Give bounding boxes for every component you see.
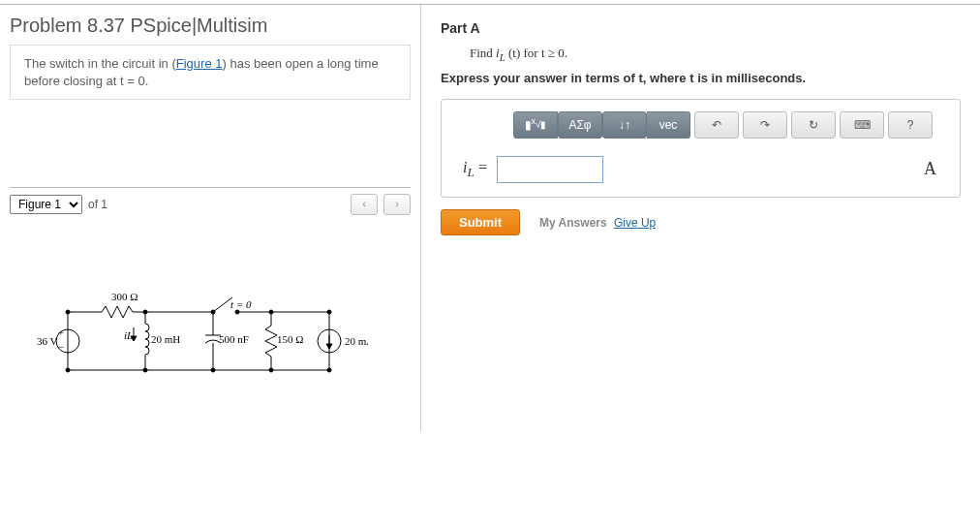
figure-link[interactable]: Figure 1	[176, 56, 223, 71]
answer-panel: ▮x√▮ ΑΣφ ↓↑ vec ↶ ↷ ↻ ⌨ ? iL = A	[441, 99, 961, 198]
vec-button[interactable]: vec	[647, 111, 690, 139]
my-answers-label: My Answers	[539, 216, 607, 230]
subsup-button[interactable]: ↓↑	[602, 111, 647, 139]
svg-point-10	[235, 310, 239, 314]
svg-text:iL: iL	[124, 329, 133, 341]
problem-description: The switch in the circuit in (Figure 1) …	[10, 45, 411, 100]
answer-unit: A	[924, 159, 936, 179]
figure-prev-button[interactable]: ‹	[351, 194, 378, 215]
reset-button[interactable]: ↻	[791, 111, 836, 139]
figure-count: of 1	[88, 198, 107, 211]
part-label: Part A	[441, 20, 961, 36]
figure-next-button[interactable]: ›	[383, 194, 411, 215]
greek-button[interactable]: ΑΣφ	[558, 111, 602, 139]
answer-input[interactable]	[497, 156, 603, 183]
svg-text:t = 0: t = 0	[230, 298, 252, 310]
svg-point-13	[66, 368, 70, 372]
equation-toolbar: ▮x√▮ ΑΣφ ↓↑ vec ↶ ↷ ↻ ⌨ ?	[513, 111, 946, 139]
circuit-figure: + − 36 V 300 Ω iL 20 mH t = 0 500 nF 150…	[10, 225, 411, 421]
redo-button[interactable]: ↷	[743, 111, 787, 139]
svg-point-12	[327, 310, 331, 314]
svg-text:500 nF: 500 nF	[219, 333, 249, 345]
svg-text:150 Ω: 150 Ω	[277, 333, 303, 345]
svg-line-5	[213, 297, 232, 312]
submit-button[interactable]: Submit	[441, 209, 520, 235]
svg-text:36 V: 36 V	[37, 335, 58, 347]
answer-label: iL =	[463, 159, 487, 180]
problem-title: Problem 8.37 PSpice|Multisim	[10, 15, 411, 37]
keyboard-button[interactable]: ⌨	[840, 111, 884, 139]
undo-button[interactable]: ↶	[694, 111, 739, 139]
svg-text:+: +	[58, 327, 64, 338]
find-prompt: Find iL (t) for t ≥ 0.	[470, 46, 961, 63]
svg-text:−: −	[58, 341, 64, 353]
express-prompt: Express your answer in terms of t, where…	[441, 71, 961, 85]
svg-point-7	[66, 310, 70, 314]
help-button[interactable]: ?	[888, 111, 933, 139]
svg-point-17	[327, 368, 331, 372]
give-up-link[interactable]: Give Up	[614, 216, 656, 230]
figure-toolbar: Figure 1 of 1 ‹ ›	[10, 187, 411, 215]
svg-text:20 mH: 20 mH	[151, 333, 180, 345]
templates-button[interactable]: ▮x√▮	[513, 111, 558, 139]
svg-text:20 mA: 20 mA	[345, 335, 368, 347]
figure-select[interactable]: Figure 1	[10, 195, 82, 214]
svg-text:300 Ω: 300 Ω	[111, 291, 138, 302]
